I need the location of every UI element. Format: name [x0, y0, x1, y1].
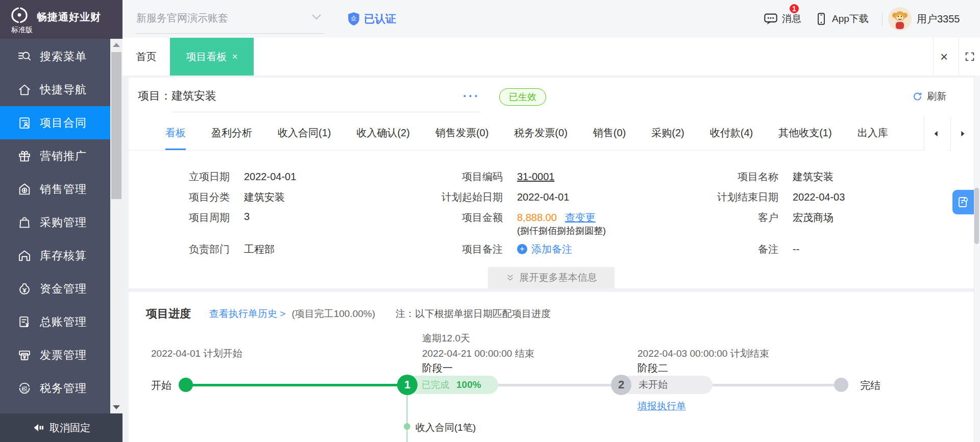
field-label: 计划起始日期	[397, 190, 503, 204]
field-label: 项目周期	[129, 207, 230, 225]
detail-tab-销售(0)[interactable]: 销售(0)	[593, 116, 626, 150]
detail-tab-税务发票(0)[interactable]: 税务发票(0)	[514, 116, 567, 150]
detail-tab-收入确认(2)[interactable]: 收入确认(2)	[356, 116, 409, 150]
stage1-status: 已完成	[422, 379, 449, 391]
certified-badge[interactable]: 企 已认证	[347, 0, 396, 38]
messages-label: 消息	[782, 12, 801, 26]
detail-tab-收入合同(1)[interactable]: 收入合同(1)	[278, 116, 331, 150]
detail-tab-其他收支(1)[interactable]: 其他收支(1)	[778, 116, 831, 150]
sidebar-item-invoice-mgmt[interactable]: 发票管理	[0, 338, 110, 372]
amount-in-words: (捌仟捌佰捌拾捌圆整)	[517, 224, 670, 237]
scroll-up-icon[interactable]	[113, 43, 120, 47]
progress-title: 项目进度	[146, 306, 191, 322]
main-scrollbar-thumb[interactable]	[974, 188, 979, 244]
sidebar-item-funds-mgmt[interactable]: 资金管理	[0, 272, 110, 305]
app-download-label: App下载	[832, 12, 869, 26]
avatar[interactable]	[888, 7, 912, 31]
search-icon	[17, 49, 32, 64]
detail-tab-看板[interactable]: 看板	[165, 116, 186, 150]
main-scrollbar[interactable]	[974, 76, 980, 442]
project-amount-cell: 8,888.00 查变更 (捌仟捌佰捌拾捌圆整)	[503, 207, 670, 237]
caret-left-icon	[932, 130, 940, 138]
sidebar-item-sales-mgmt[interactable]: 销售管理	[0, 173, 110, 206]
monkey-avatar-image	[888, 7, 912, 31]
add-note-link[interactable]: + 添加备注	[517, 242, 670, 256]
sidebar-item-label: 销售管理	[40, 182, 87, 197]
close-icon: ×	[940, 49, 948, 65]
svg-text:企: 企	[351, 15, 357, 22]
warehouse-icon	[17, 248, 32, 263]
bag-icon	[17, 215, 32, 230]
field-value: 2022-04-03	[778, 191, 974, 203]
stage2-plan-end: 2022-04-03 00:00:00 计划结束	[638, 347, 769, 360]
progress-header: 项目进度 查看执行单历史 > (项目完工100.00%) 注：以下根据单据日期匹…	[146, 306, 551, 322]
contract-icon	[17, 115, 32, 131]
sidebar-item-inventory-accounting[interactable]: 库存核算	[0, 239, 110, 272]
execution-history-link[interactable]: 查看执行单历史 >	[209, 307, 285, 321]
field-value: 宏茂商场	[778, 207, 974, 225]
more-actions-icon[interactable]: ···	[463, 89, 480, 103]
close-all-tabs-button[interactable]: ×	[933, 38, 954, 76]
account-selector[interactable]: 新服务官网演示账套	[135, 0, 325, 38]
detail-tab-收付款(4)[interactable]: 收付款(4)	[710, 116, 753, 150]
project-progress-card: 项目进度 查看执行单历史 > (项目完工100.00%) 注：以下根据单据日期匹…	[129, 292, 974, 442]
field-value: 工程部	[230, 242, 397, 256]
messages-button[interactable]: 消息 1	[764, 0, 801, 38]
sidebar-item-label: 快捷导航	[40, 82, 87, 97]
scroll-down-icon[interactable]	[113, 405, 120, 409]
tab-home[interactable]: 首页	[122, 38, 170, 76]
fullscreen-icon	[964, 51, 975, 62]
unpin-sidebar-button[interactable]: 取消固定	[0, 413, 122, 442]
stage1-name: 阶段一	[422, 361, 453, 375]
view-changes-link[interactable]: 查变更	[565, 211, 596, 224]
sidebar-item-label: 发票管理	[40, 348, 87, 363]
sidebar-item-project-contract[interactable]: 项目合同	[0, 106, 110, 139]
plan-start-text: 2022-04-01 计划开始	[151, 347, 242, 360]
tab-project-board[interactable]: 项目看板 ×	[170, 38, 254, 76]
project-title-label: 项目：	[138, 88, 172, 112]
detail-tab-出入库[interactable]: 出入库	[857, 116, 888, 150]
sidebar-item-label: 税务管理	[40, 381, 87, 396]
stage2-node: 2	[611, 375, 631, 395]
sidebar-item-marketing[interactable]: 营销推广	[0, 139, 110, 173]
detail-tab-采购(2)[interactable]: 采购(2)	[651, 116, 684, 150]
fill-execution-link[interactable]: 填报执行单	[638, 400, 686, 413]
project-code-link[interactable]: 31-0001	[517, 171, 554, 182]
sidebar-item-purchase-mgmt[interactable]: 采购管理	[0, 206, 110, 239]
project-amount: 8,888.00	[517, 211, 557, 224]
project-name-field[interactable]: 建筑安装	[172, 88, 480, 112]
phone-icon	[815, 12, 828, 26]
field-value: 2022-04-01	[230, 171, 397, 183]
sidebar-item-quick-nav[interactable]: 快捷导航	[0, 73, 110, 106]
sidebar-scrollbar-thumb[interactable]	[111, 52, 121, 199]
fullscreen-button[interactable]	[959, 38, 980, 76]
sidebar-item-ledger-mgmt[interactable]: 总账管理	[0, 305, 110, 338]
close-tab-icon[interactable]: ×	[232, 51, 237, 62]
svg-text:税: 税	[21, 385, 28, 391]
tabs-scroll-right-button[interactable]	[950, 116, 974, 151]
field-label: 负责部门	[129, 242, 230, 256]
floating-note-widget[interactable]	[952, 190, 974, 214]
app-download-button[interactable]: App下载	[815, 0, 869, 38]
detail-tab-盈利分析[interactable]: 盈利分析	[211, 116, 252, 150]
sidebar-item-search-menu[interactable]: 搜索菜单	[0, 40, 110, 73]
refresh-button[interactable]: 刷新	[912, 90, 946, 103]
tabs-scroll-left-button[interactable]	[924, 116, 947, 151]
sidebar-item-tax-mgmt[interactable]: 税 税务管理	[0, 372, 110, 405]
timeline-start-label: 开始	[151, 379, 172, 392]
sales-icon	[17, 182, 32, 197]
app-edition: 标准版	[11, 26, 33, 35]
field-label: 项目名称	[670, 170, 778, 184]
username[interactable]: 用户3355	[917, 0, 960, 38]
field-label: 立项日期	[129, 170, 230, 184]
expand-more-info-button[interactable]: 展开更多基本信息	[488, 267, 615, 288]
field-label: 项目分类	[129, 190, 230, 204]
project-info-card: 项目： 建筑安装 ··· 已生效 刷新 看板盈利分析收入合同(1)收入确认(2)…	[129, 78, 974, 288]
document-edit-icon	[957, 196, 969, 208]
sidebar-item-label: 总账管理	[40, 314, 87, 330]
messages-count-badge: 1	[789, 3, 800, 14]
sidebar-item-label: 营销推广	[40, 149, 87, 164]
sidebar-scrollbar[interactable]	[110, 39, 122, 413]
detail-tab-销售发票(0)[interactable]: 销售发票(0)	[435, 116, 488, 150]
completion-percent: (项目完工100.00%)	[291, 307, 375, 321]
